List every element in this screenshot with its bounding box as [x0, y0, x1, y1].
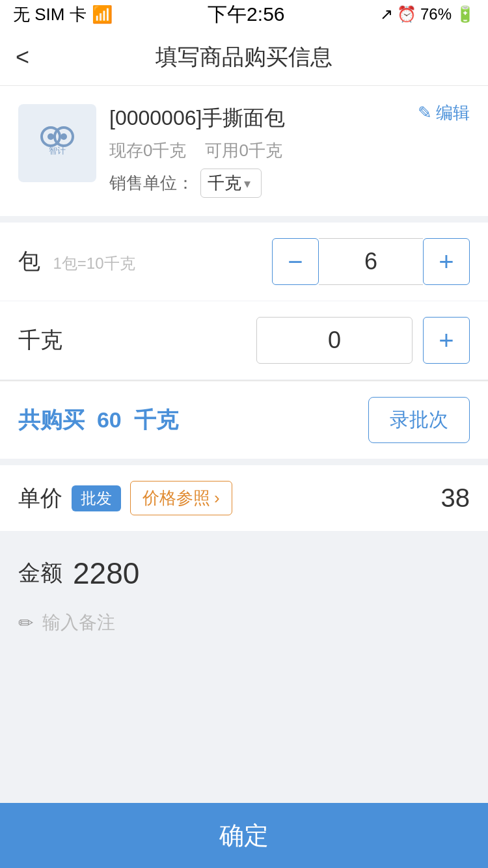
pack-section: 包 1包=10千克 − + 千克 +	[0, 223, 488, 381]
price-ref-button[interactable]: 价格参照 ›	[130, 481, 232, 515]
edit-icon: ✎	[418, 103, 432, 123]
batch-button[interactable]: 录批次	[368, 397, 470, 443]
price-ref-label: 价格参照	[142, 487, 210, 509]
pack-plus-button[interactable]: +	[423, 238, 470, 285]
remark-row[interactable]: ✏ 输入备注	[18, 604, 470, 648]
total-text: 共购买 60 千克	[18, 405, 178, 435]
total-prefix: 共购买	[18, 407, 85, 432]
total-row: 共购买 60 千克 录批次	[0, 381, 488, 465]
unit-value: 千克	[208, 172, 241, 195]
total-amount: 60	[97, 407, 122, 432]
available-value: 可用0千克	[205, 141, 282, 160]
amount-value: 2280	[73, 556, 139, 591]
total-unit: 千克	[134, 407, 178, 432]
product-unit-row: 销售单位： 千克 ▾	[109, 169, 470, 198]
amount-row: 金额 2280	[18, 556, 470, 591]
product-card: 智计 [0000006]手撕面包 现存0千克 可用0千克 销售单位： 千克 ▾ …	[0, 86, 488, 223]
price-left: 单价 批发 价格参照 ›	[18, 481, 232, 515]
alarm-icon: ⏰	[397, 5, 416, 23]
dropdown-arrow-icon: ▾	[244, 176, 251, 191]
svg-point-3	[61, 133, 67, 140]
battery-text: 76%	[420, 5, 452, 23]
svg-point-2	[47, 133, 54, 140]
wifi-icon: 📶	[92, 5, 113, 25]
product-name: [0000006]手撕面包	[109, 104, 470, 133]
battery-icon: 🔋	[455, 5, 475, 23]
kg-row: 千克 +	[0, 301, 488, 380]
edit-label: 编辑	[436, 102, 470, 124]
kg-plus-button[interactable]: +	[423, 317, 470, 364]
pack-qty-control: − +	[272, 238, 470, 285]
pencil-icon: ✏	[18, 612, 33, 634]
price-label: 单价	[18, 483, 62, 513]
back-button[interactable]: <	[16, 44, 29, 71]
pack-label: 包	[18, 249, 40, 273]
product-logo: 智计	[34, 124, 80, 163]
unit-label: 销售单位：	[109, 172, 194, 195]
kg-qty-control: +	[256, 317, 470, 364]
price-value: 38	[441, 483, 470, 513]
pack-label-group: 包 1包=10千克	[18, 247, 272, 277]
pack-row: 包 1包=10千克 − +	[0, 223, 488, 301]
time-display: 下午2:56	[208, 1, 284, 28]
product-info: [0000006]手撕面包 现存0千克 可用0千克 销售单位： 千克 ▾	[109, 104, 470, 198]
amount-section: 金额 2280 ✏ 输入备注	[0, 537, 488, 648]
stock-value: 现存0千克	[109, 141, 186, 160]
status-left: 无 SIM 卡 📶	[13, 3, 113, 26]
kg-qty-input[interactable]	[256, 317, 413, 364]
bottom-bar: 确定	[0, 803, 488, 868]
pack-minus-button[interactable]: −	[272, 238, 319, 285]
product-image: 智计	[18, 104, 96, 182]
pack-hint: 1包=10千克	[53, 254, 135, 272]
location-icon: ↗	[380, 5, 393, 23]
price-tag: 批发	[72, 485, 121, 511]
page-title: 填写商品购买信息	[156, 42, 332, 72]
remark-placeholder: 输入备注	[42, 610, 115, 635]
confirm-button[interactable]: 确定	[0, 803, 488, 868]
carrier-text: 无 SIM 卡	[13, 3, 87, 26]
status-right: ↗ ⏰ 76% 🔋	[380, 5, 475, 23]
product-stock: 现存0千克 可用0千克	[109, 139, 470, 162]
amount-label: 金额	[18, 558, 62, 588]
svg-text:智计: 智计	[49, 146, 66, 156]
unit-select[interactable]: 千克 ▾	[200, 169, 262, 198]
status-bar: 无 SIM 卡 📶 下午2:56 ↗ ⏰ 76% 🔋	[0, 0, 488, 29]
nav-bar: < 填写商品购买信息	[0, 29, 488, 86]
edit-button[interactable]: ✎ 编辑	[418, 102, 470, 124]
kg-label: 千克	[18, 325, 256, 355]
price-ref-arrow-icon: ›	[214, 488, 220, 508]
price-section: 单价 批发 价格参照 › 38	[0, 465, 488, 537]
pack-qty-input[interactable]	[319, 238, 423, 285]
